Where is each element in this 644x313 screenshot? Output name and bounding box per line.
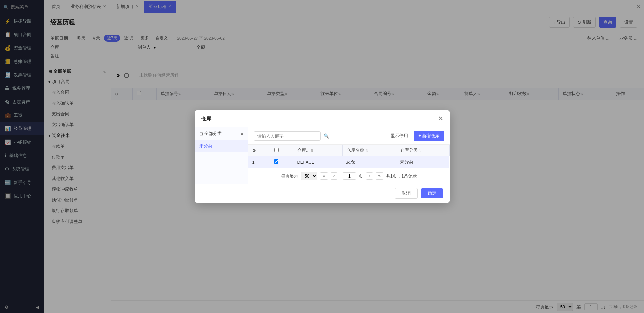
modal-all-category[interactable]: ⊞ 全部分类 « [195, 127, 248, 140]
show-disabled-checkbox[interactable] [385, 134, 389, 138]
row-name-cell: 总仓 [342, 156, 396, 168]
show-disabled-label[interactable]: 显示停用 [385, 133, 408, 139]
modal-body: ⊞ 全部分类 « 未分类 🔍 [195, 127, 450, 184]
modal-toolbar: 🔍 显示停用 + 新增仓库 [248, 127, 450, 145]
modal-title: 仓库 [201, 116, 211, 122]
modal-header: 仓库 ✕ [195, 110, 450, 127]
all-category-label: 全部分类 [204, 131, 222, 137]
modal-search-input[interactable] [254, 131, 321, 141]
modal-overlay[interactable]: 仓库 ✕ ⊞ 全部分类 « 未分类 [0, 0, 644, 313]
modal-header-checkbox[interactable] [274, 148, 279, 152]
modal-col-name: 仓库名称 ⇅ [342, 145, 396, 156]
modal-right-panel: 🔍 显示停用 + 新增仓库 [248, 127, 450, 184]
modal-category-unclassified[interactable]: 未分类 [195, 140, 248, 152]
add-warehouse-button[interactable]: + 新增仓库 [414, 131, 444, 141]
modal-page-label: 页 [359, 173, 363, 179]
collapse-modal-left-icon[interactable]: « [241, 131, 243, 136]
modal-pagination: 每页显示 50 « ‹ 页 › » 共1页，1条记录 [248, 168, 450, 184]
table-row[interactable]: 1 DEFAULT 总仓 未分类 [248, 156, 450, 168]
modal-total: 共1页，1条记录 [386, 173, 417, 179]
modal-col-category: 仓库分类 ⇅ [396, 145, 449, 156]
row-category-cell: 未分类 [396, 156, 449, 168]
modal-page-input[interactable] [343, 172, 356, 180]
row-id-cell: 1 [248, 156, 270, 168]
modal-close-button[interactable]: ✕ [438, 115, 443, 122]
modal-search-icon[interactable]: 🔍 [324, 133, 329, 139]
modal-category-panel: ⊞ 全部分类 « 未分类 [195, 127, 248, 184]
modal-footer: 取消 确定 [195, 184, 450, 203]
warehouse-modal: 仓库 ✕ ⊞ 全部分类 « 未分类 [195, 110, 450, 203]
row-checkbox-cell[interactable] [270, 156, 293, 168]
confirm-button[interactable]: 确定 [421, 188, 443, 198]
next-page-button[interactable]: › [366, 172, 373, 180]
last-page-button[interactable]: » [376, 172, 383, 180]
first-page-button[interactable]: « [320, 172, 328, 180]
row-checkbox[interactable] [274, 159, 278, 164]
cancel-button[interactable]: 取消 [395, 188, 418, 199]
modal-table-wrap[interactable]: ⚙ 仓库... ⇅ 仓库名称 ⇅ [248, 145, 450, 168]
modal-table: ⚙ 仓库... ⇅ 仓库名称 ⇅ [248, 145, 450, 168]
modal-per-page-select[interactable]: 50 [301, 172, 317, 180]
prev-page-button[interactable]: ‹ [331, 172, 337, 180]
modal-table-header: ⚙ 仓库... ⇅ 仓库名称 ⇅ [248, 145, 450, 156]
modal-per-page-label: 每页显示 [281, 173, 298, 179]
modal-search-area: 🔍 [254, 131, 329, 141]
modal-col-gear[interactable]: ⚙ [248, 145, 270, 156]
modal-col-checkbox[interactable] [270, 145, 293, 156]
modal-col-code: 仓库... ⇅ [293, 145, 342, 156]
category-icon: ⊞ [199, 131, 203, 136]
modal-gear-icon: ⚙ [252, 148, 256, 153]
row-code-cell: DEFAULT [293, 156, 342, 168]
